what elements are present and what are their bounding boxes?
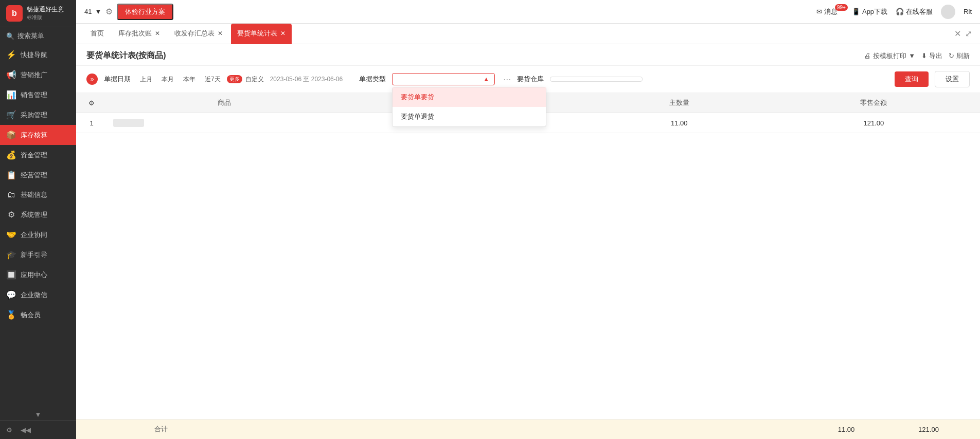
tab-send-receive-close[interactable]: ✕ [218, 30, 223, 37]
collapse-icon[interactable]: ◀◀ [21, 426, 31, 434]
system-icon: ⚙ [6, 210, 16, 220]
tabbar-right: ✕ ⤢ [954, 29, 972, 39]
th-quantity: 主数量 [591, 93, 768, 113]
sidebar-nav: ⚡ 快捷导航 📢 营销推广 📊 销售管理 🛒 采购管理 📦 库存核算 💰 资金管… [0, 45, 76, 409]
purchase-icon: 🛒 [6, 110, 16, 120]
print-label: 按模板打印 [873, 51, 906, 61]
tab-expand-btn[interactable]: ⤢ [965, 29, 972, 39]
dropdown-item-order-return[interactable]: 要货单退货 [393, 107, 546, 126]
main-content: 41 ▼ ⚙ 体验行业方案 ✉ 消息 99+ 📱 App下载 🎧 在线客服 Ri… [76, 0, 980, 439]
export-btn[interactable]: ⬇ 导出 [921, 51, 942, 61]
expand-icon: » [91, 76, 94, 83]
sidebar-item-wechat[interactable]: 💬 企业微信 [0, 285, 76, 305]
topbar-gear-icon[interactable]: ⚙ [105, 7, 113, 16]
footer-total-label: 合计 [123, 425, 168, 433]
page-header: 要货单统计表(按商品) 🖨 按模板打印 ▼ ⬇ 导出 ↻ 刷新 [76, 44, 980, 65]
sidebar-item-label: 快捷导航 [21, 50, 47, 60]
settings-icon[interactable]: ⚙ [6, 426, 12, 434]
page-actions: 🖨 按模板打印 ▼ ⬇ 导出 ↻ 刷新 [864, 51, 970, 61]
tab-order-stat[interactable]: 要货单统计表 ✕ [231, 24, 292, 44]
service-btn[interactable]: 🎧 在线客服 [896, 7, 933, 16]
refresh-icon: ↻ [949, 52, 954, 60]
print-chevron-icon: ▼ [908, 52, 915, 60]
store-selector[interactable]: 41 ▼ [84, 8, 101, 15]
tab-home[interactable]: 首页 [84, 24, 110, 44]
refresh-btn[interactable]: ↻ 刷新 [949, 51, 970, 61]
guide-icon: 🎓 [6, 250, 16, 260]
inventory-icon: 📦 [6, 130, 16, 140]
date-last-month-btn[interactable]: 上月 [137, 74, 155, 85]
tabbar: 首页 库存批次账 ✕ 收发存汇总表 ✕ 要货单统计表 ✕ ✕ ⤢ [76, 24, 980, 44]
tab-close-all-btn[interactable]: ✕ [954, 29, 961, 39]
filter-expand-btn[interactable]: » [86, 74, 98, 85]
tab-send-receive[interactable]: 收发存汇总表 ✕ [168, 24, 229, 44]
query-btn[interactable]: 查询 [895, 71, 929, 87]
app-version: 标准版 [27, 14, 64, 21]
app-name: 畅捷通好生意 [27, 6, 64, 14]
date-this-month-btn[interactable]: 本月 [158, 74, 177, 85]
setting-btn[interactable]: 设置 [935, 71, 970, 87]
sidebar-item-quick-nav[interactable]: ⚡ 快捷导航 [0, 45, 76, 65]
user-avatar[interactable] [941, 5, 955, 19]
warehouse-label: 要货仓库 [517, 75, 544, 84]
table-container: ⚙ 商品 主计量单位 主数量 零售金额 1 [76, 93, 980, 419]
sidebar-item-label: 资金管理 [21, 151, 47, 160]
sidebar-item-enterprise[interactable]: 🤝 企业协同 [0, 225, 76, 245]
date-7days-btn[interactable]: 近7天 [202, 74, 224, 85]
topbar-right: ✉ 消息 99+ 📱 App下载 🎧 在线客服 Rit [816, 5, 972, 19]
tab-inventory-batch[interactable]: 库存批次账 ✕ [112, 24, 166, 44]
search-icon: 🔍 [6, 32, 14, 40]
type-select[interactable]: ▲ 要货单要货 要货单退货 [392, 73, 495, 85]
sidebar-item-marketing[interactable]: 📢 营销推广 [0, 65, 76, 85]
sidebar-item-label: 应用中心 [21, 270, 47, 280]
sidebar-item-member[interactable]: 🏅 畅会员 [0, 305, 76, 325]
messages-btn[interactable]: ✉ 消息 99+ [816, 7, 844, 16]
search-label: 搜索菜单 [17, 31, 44, 41]
tab-send-receive-label: 收发存汇总表 [174, 29, 215, 38]
warehouse-select[interactable] [550, 77, 643, 82]
footer-quantity: 11.00 [838, 426, 855, 433]
app-download-btn[interactable]: 📱 App下载 [852, 7, 887, 16]
tab-order-stat-close[interactable]: ✕ [280, 30, 286, 37]
wechat-icon: 💬 [6, 290, 16, 300]
tab-order-stat-label: 要货单统计表 [237, 29, 277, 38]
type-label: 单据类型 [359, 75, 386, 84]
logo-icon: b [6, 5, 23, 22]
quick-nav-icon: ⚡ [6, 50, 16, 60]
sidebar-item-sales[interactable]: 📊 销售管理 [0, 85, 76, 105]
product-placeholder [113, 119, 144, 127]
date-this-year-btn[interactable]: 本年 [180, 74, 199, 85]
messages-badge: 99+ [835, 4, 848, 11]
sidebar-item-purchase[interactable]: 🛒 采购管理 [0, 105, 76, 125]
sidebar-item-inventory[interactable]: 📦 库存核算 [0, 125, 76, 145]
export-label: 导出 [929, 51, 942, 61]
sidebar-item-finance[interactable]: 💰 资金管理 [0, 145, 76, 165]
trial-btn[interactable]: 体验行业方案 [117, 4, 173, 20]
tab-home-label: 首页 [91, 29, 104, 38]
sidebar-item-apps[interactable]: 🔲 应用中心 [0, 265, 76, 285]
dropdown-item-order-delivery[interactable]: 要货单要货 [393, 87, 546, 107]
sidebar-item-label: 系统管理 [21, 210, 47, 220]
th-gear[interactable]: ⚙ [76, 93, 107, 113]
date-shortcuts: 上月 本月 本年 近7天 更多 自定义 [137, 74, 264, 85]
search-menu[interactable]: 🔍 搜索菜单 [0, 27, 76, 45]
sidebar-item-system[interactable]: ⚙ 系统管理 [0, 205, 76, 225]
th-amount: 零售金额 [768, 93, 980, 113]
sidebar-scroll-down[interactable]: ▼ [0, 409, 76, 420]
tab-inventory-batch-close[interactable]: ✕ [155, 30, 160, 37]
filter-more-btn[interactable]: ··· [503, 74, 511, 85]
sidebar-item-guide[interactable]: 🎓 新手引导 [0, 245, 76, 265]
date-custom-btn[interactable]: 自定义 [245, 75, 264, 84]
sidebar-item-label: 销售管理 [21, 90, 47, 100]
sidebar-item-operation[interactable]: 📋 经营管理 [0, 165, 76, 185]
finance-icon: 💰 [6, 150, 16, 160]
sales-icon: 📊 [6, 90, 16, 100]
date-more-badge[interactable]: 更多 [227, 75, 242, 83]
print-btn[interactable]: 🖨 按模板打印 ▼ [864, 51, 915, 61]
refresh-label: 刷新 [956, 51, 970, 61]
date-label: 单据日期 [104, 75, 131, 84]
sidebar-item-label: 基础信息 [21, 190, 47, 199]
sidebar-item-basic[interactable]: 🗂 基础信息 [0, 185, 76, 205]
phone-icon: 📱 [852, 8, 860, 15]
sidebar-item-label: 新手引导 [21, 250, 47, 260]
